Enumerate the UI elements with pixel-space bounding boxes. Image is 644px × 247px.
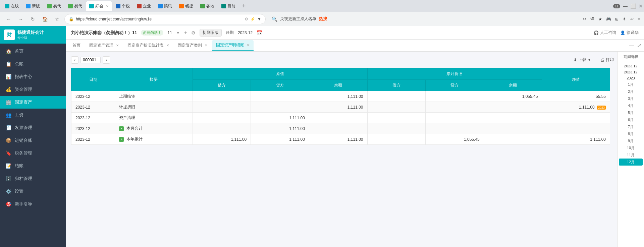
browser-tab-changjie[interactable]: 畅捷 <box>176 1 197 11</box>
switch-to-old-button[interactable]: 切到旧版 <box>200 29 222 37</box>
fund-icon: 💰 <box>5 86 11 92</box>
period-month-5[interactable]: 5月 <box>619 109 643 116</box>
period-month-11[interactable]: 11月 <box>619 151 643 159</box>
browser-tab-new[interactable]: 新版 <box>22 1 43 11</box>
maximize-button[interactable]: ⬜ <box>630 3 636 9</box>
period-year1[interactable]: 2023.12 <box>619 63 643 69</box>
row4-accum-credit <box>426 123 484 134</box>
sidebar-item-guide[interactable]: 🎯 新手引导 <box>0 198 66 210</box>
download-dropdown-icon[interactable]: ▼ <box>588 58 591 62</box>
brightness-tool[interactable]: ☀ <box>623 17 626 21</box>
sidebar-item-ledger[interactable]: 📋 总账 <box>0 58 66 70</box>
page-tab-fixed-mgmt[interactable]: 固定资产管理 ✕ <box>85 41 123 50</box>
download-label: 下载 <box>578 57 586 63</box>
minimize-button[interactable]: — <box>623 3 628 9</box>
browser-tab-getax[interactable]: 个税 <box>112 1 133 11</box>
service-button[interactable]: 🎧 人工咨询 <box>594 30 616 36</box>
browser-tab-corp[interactable]: 企业 <box>133 1 154 11</box>
browser-tab-tencent[interactable]: 腾讯 <box>155 1 175 11</box>
calendar-icon[interactable]: 📅 <box>257 30 262 36</box>
dropdown-icon[interactable]: ▼ <box>257 17 261 21</box>
print-button[interactable]: 🖨 打印 <box>598 56 616 64</box>
add-account-button[interactable]: + <box>184 30 187 36</box>
forward-button[interactable]: → <box>16 14 25 24</box>
site-settings-icon[interactable]: ⚙ <box>245 17 248 21</box>
sidebar-item-archive[interactable]: 🗄️ 归档管理 <box>0 172 66 185</box>
browser-tab-yidai1[interactable]: 易代 <box>44 1 64 11</box>
sidebar-item-tax[interactable]: 🔖 税务管理 <box>0 147 66 160</box>
sidebar-item-settings[interactable]: ⚙️ 设置 <box>0 185 66 198</box>
prev-page-button[interactable]: ‹ <box>71 56 78 64</box>
row3-net-value <box>542 113 610 123</box>
star-tool[interactable]: ★ <box>598 17 602 21</box>
browser-tab-online[interactable]: 在线 <box>1 1 22 11</box>
scissors-tool[interactable]: ✂ <box>583 17 586 21</box>
sidebar-item-fund[interactable]: 💰 资金管理 <box>0 83 66 96</box>
tab-close-haohui[interactable]: ✕ <box>106 4 109 8</box>
sidebar-item-report[interactable]: 📊 报表中心 <box>0 70 66 83</box>
sidebar-item-label-fixed: 固定资产 <box>15 99 32 105</box>
refresh-button[interactable]: ↻ <box>28 14 38 24</box>
page-tab-fixed-mgmt-close[interactable]: ✕ <box>116 44 119 47</box>
period-month-6[interactable]: 6月 <box>619 116 643 123</box>
bookmark-button[interactable]: ☆ <box>52 14 62 24</box>
row5-orig-credit: 1,111.00 <box>251 134 309 145</box>
row5-net-value: 1,111.00 <box>542 134 610 145</box>
browser-tab-gedi[interactable]: 各地 <box>197 1 218 11</box>
page-tab-ledger-close[interactable]: ✕ <box>247 43 250 47</box>
page-tab-home[interactable]: 首页 <box>68 41 85 50</box>
period-month-8[interactable]: 8月 <box>619 130 643 137</box>
menu-tool[interactable]: ≡ <box>638 17 640 21</box>
period-label: 账期 <box>226 30 234 36</box>
settings-account-button[interactable]: ⚙ <box>191 30 196 36</box>
th-accum-balance: 余额 <box>484 80 542 91</box>
period-year2[interactable]: 2023.12 <box>619 69 643 75</box>
browser-tab-yidai2[interactable]: 易代 <box>65 1 86 11</box>
search-query: 央视更新主持人名单 <box>280 16 316 22</box>
download-button[interactable]: ⬇ 下载 ▼ <box>571 56 594 64</box>
history-tool[interactable]: ↩ <box>630 17 634 21</box>
sidebar-item-inventory[interactable]: 📦 进销台账 <box>0 134 66 147</box>
sidebar-logo: 财 畅捷通好会计 专业版 <box>0 26 66 44</box>
period-month-7[interactable]: 7月 <box>619 123 643 130</box>
tab-collapse-button[interactable]: — <box>629 43 634 49</box>
period-month-3[interactable]: 3月 <box>619 95 643 102</box>
sidebar-item-home[interactable]: 🏠 首页 <box>0 45 66 58</box>
close-window-button[interactable]: ✕ <box>639 3 643 9</box>
page-tab-depreciation[interactable]: 固定资产折旧统计表 ✕ <box>123 41 173 50</box>
home-browser-button[interactable]: 🏠 <box>40 14 50 24</box>
page-input[interactable] <box>80 57 101 63</box>
back-button[interactable]: ← <box>4 14 13 24</box>
period-month-4[interactable]: 4月 <box>619 102 643 109</box>
grid-tool[interactable]: ⊞ <box>615 17 619 21</box>
dropdown-account-icon[interactable]: ▼ <box>176 30 180 35</box>
period-month-9[interactable]: 9月 <box>619 137 643 144</box>
sidebar-item-invoice[interactable]: 🧾 发票管理 <box>0 121 66 134</box>
search-icon[interactable]: 🔍 <box>272 16 277 22</box>
browser-tab-haohui[interactable]: 好会 ✕ <box>86 1 112 11</box>
new-tab-button[interactable]: + <box>239 1 249 11</box>
next-page-button[interactable]: › <box>103 56 110 64</box>
tab-expand-button[interactable]: ⤢ <box>637 42 641 49</box>
period-month-10[interactable]: 10月 <box>619 144 643 151</box>
url-bar[interactable]: 🔒 https://cloud.chanjet.com/accounting/u… <box>64 14 266 24</box>
browser-tab-muqian[interactable]: 目前 <box>218 1 239 11</box>
sidebar-item-close-books[interactable]: 📝 结账 <box>0 160 66 172</box>
period-month-12[interactable]: 12月 <box>619 159 643 166</box>
sidebar-item-fixed-asset[interactable]: 🏢 固定资产 <box>0 96 66 109</box>
url-text: https://cloud.chanjet.com/accounting/uw1… <box>76 17 243 21</box>
lightning-icon[interactable]: ⚡ <box>250 17 255 21</box>
game-tool[interactable]: 🎮 <box>606 17 611 21</box>
period-month-1[interactable]: 1月 <box>619 81 643 88</box>
page-tab-category[interactable]: 固定资产类别 ✕ <box>174 41 211 50</box>
period-month-2[interactable]: 2月 <box>619 88 643 95</box>
page-tab-category-close[interactable]: ✕ <box>205 44 207 47</box>
period-selector: 期间选择 2023.12 2023.12 2023 1月 2月 3月 4月 5月… <box>617 52 644 247</box>
translate-tool[interactable]: 译 <box>590 16 594 22</box>
row2-orig-debit <box>193 102 251 113</box>
page-tab-ledger[interactable]: 固定资产明细账 ✕ <box>212 40 254 51</box>
period-year-label[interactable]: 2023 <box>619 75 643 81</box>
row1-date: 2023-12 <box>71 91 115 102</box>
sidebar-item-payroll[interactable]: 👥 工资 <box>0 109 66 121</box>
page-tab-depreciation-close[interactable]: ✕ <box>166 44 169 47</box>
